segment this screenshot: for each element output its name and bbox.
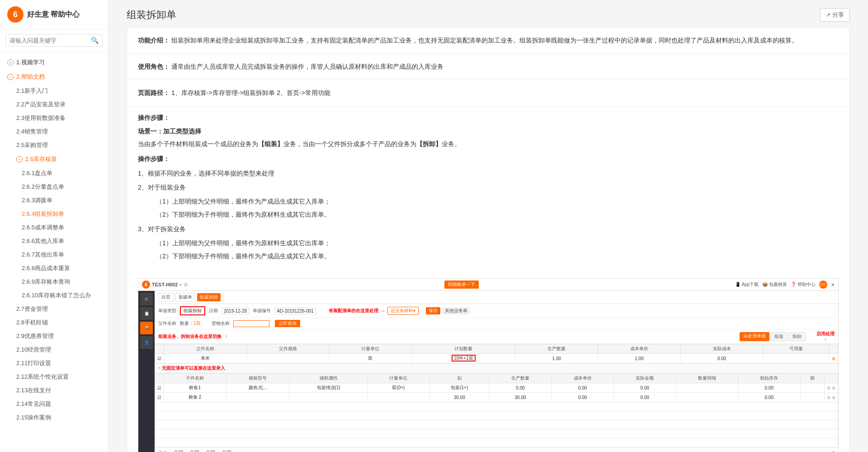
sidebar-item-purchase[interactable]: 2.5采购管理	[0, 138, 108, 152]
row-period1	[800, 383, 824, 393]
tab-assembly-type[interactable]: 组装	[770, 332, 788, 341]
app-nav-link3[interactable]: ❓ 帮助中心	[791, 281, 816, 288]
sidebar-item-mobile[interactable]: 2.8手机旺铺	[0, 316, 108, 329]
sidebar-item-print[interactable]: 2.11打印设置	[0, 357, 108, 370]
main-content: 组装拆卸单 ↗ 分享 功能介绍： 组装拆卸单用来处理企业组装或拆卸等加工业务，支…	[108, 0, 868, 452]
form-type-value[interactable]: 组装拆卸	[180, 306, 205, 315]
sidebar-item-stocktake[interactable]: 2.6.1盘点单	[0, 167, 108, 180]
app-sidebar-icon1[interactable]: ⊞	[140, 293, 153, 305]
annotation1-area: 有装配清单的在这里处理 → 还没有材料▾	[329, 307, 419, 315]
col-prod-qty: 生产数量	[515, 344, 598, 354]
sidebar-item-other-out[interactable]: 2.6.7其他出库单	[0, 248, 108, 262]
nav-section-video: + 1.视频学习	[0, 55, 108, 70]
total-val4: 0.00	[222, 450, 231, 452]
app-store-name: TEST-H002	[152, 282, 178, 287]
sidebar-item-new-user[interactable]: 2.1新手入门	[0, 84, 108, 98]
annotation1-arrow: →	[380, 308, 386, 314]
sidebar-item-other-in[interactable]: 2.6.6其他入库单	[0, 234, 108, 248]
annotation3-text: 启用处理	[816, 331, 835, 337]
app-avatar[interactable]: CC	[819, 281, 827, 289]
sidebar-item-ledger[interactable]: 2.6.9库存账本查询	[0, 275, 108, 289]
row-unit-sub2	[368, 393, 430, 402]
expand-icon: +	[7, 59, 14, 66]
app-name: 好生意 帮助中心	[27, 10, 80, 19]
col-actual-cost: 实际成本	[680, 344, 763, 354]
app-sidebar-icon3-active[interactable]: 📦	[140, 322, 153, 334]
sidebar-item-video[interactable]: + 1.视频学习	[0, 55, 108, 70]
row-aux1: 包装情况(1)	[290, 383, 368, 393]
btn-save[interactable]: 保存	[426, 307, 440, 314]
tab-assembly-active[interactable]: 组装拆卸	[197, 293, 221, 301]
sidebar-item-cases[interactable]: 2.15操作案例	[0, 411, 108, 424]
search-input[interactable]	[9, 37, 91, 44]
role-text: 通常由生产人员或库管人员完成拆装业务的操作，库管人员确认原材料的出库和产成品的入…	[171, 63, 443, 70]
app-sidebar-icon4[interactable]: 👤	[140, 336, 153, 349]
tab-unprocessed[interactable]: 未处理单据	[740, 332, 769, 341]
annotation3-arrow: ↑	[825, 337, 827, 342]
app-nav-link2[interactable]: 📦 包裹精算	[762, 281, 787, 288]
row-actions1[interactable]: ⊕ ⊗	[825, 383, 838, 393]
path-label: 页面路径：	[138, 89, 170, 96]
btn-cancel[interactable]: 其他业务单	[442, 307, 470, 314]
processing-label[interactable]: 还没有材料▾	[387, 307, 419, 315]
row-check-sub2[interactable]: ☑	[155, 393, 164, 402]
search-box[interactable]: 🔍	[5, 34, 103, 47]
tab-new[interactable]: 新建单	[175, 293, 195, 302]
sidebar-item-faq[interactable]: 2.14常见问题	[0, 397, 108, 411]
sidebar-item-inventory[interactable]: − 2.6库存核算	[0, 152, 108, 167]
row-sub-name2: 粮食 2	[164, 393, 226, 402]
row-detail1	[676, 383, 738, 393]
row-unit: 双	[329, 354, 412, 363]
col-plan-qty: 计划数量	[412, 344, 515, 354]
row-aux2	[290, 393, 368, 402]
app-sidebar-icon2[interactable]: 📋	[140, 307, 153, 320]
form-date-value[interactable]: 2019-12-28	[222, 308, 249, 314]
btn-query[interactable]: 立即查询	[275, 320, 300, 327]
step1: 1、根据不同的业务，选择不同单据的类型来处理	[138, 168, 839, 179]
row-actions2[interactable]: ⊕ ⊗	[825, 393, 838, 402]
search-icon[interactable]: 🔍	[91, 37, 99, 44]
row-parent-spec	[246, 354, 329, 363]
table-row: ☑ 来米 双 10件+1双 1.00 1.00	[155, 354, 838, 363]
expand-icon-area[interactable]: ⤢	[831, 450, 835, 452]
sidebar-item-partial-stock[interactable]: 2.6.2分量盘点单	[0, 180, 108, 194]
col-available: 可用量	[763, 344, 829, 354]
bottom-table-area: 子件名称 规格型号 辅助属性 计量单位 划 生产数量 成本单价 实际金额 数量明	[155, 373, 838, 447]
tab-disassembly-type[interactable]: 拆卸	[788, 332, 806, 341]
app-nav-link[interactable]: 📱 App下载	[735, 281, 759, 288]
sidebar-item-install[interactable]: 2.2产品安装及登录	[0, 98, 108, 111]
row-action[interactable]: ⊕	[829, 354, 838, 363]
sidebar-item-cost-recalc[interactable]: 2.6.8商品成本重算	[0, 262, 108, 275]
sidebar-item-adjust[interactable]: 2.6.3调拨单	[0, 194, 108, 207]
form-label-date: 日期	[209, 308, 218, 314]
sidebar-item-finance[interactable]: 2.7资金管理	[0, 302, 108, 316]
sidebar-item-docs[interactable]: − 2.帮助文档	[0, 70, 108, 84]
form-no-value[interactable]: AD-20191226-001	[274, 308, 316, 314]
table-row-empty	[155, 429, 838, 438]
content-area: 功能介绍： 组装拆卸单用来处理企业组装或拆卸等加工业务，支持有固定装配清单的产品…	[127, 27, 850, 452]
sidebar-item-data-prep[interactable]: 2.3使用前数据准备	[0, 111, 108, 125]
sidebar-item-voucher[interactable]: 2.9优惠券管理	[0, 329, 108, 343]
sidebar-item-custom[interactable]: 2.12系统个性化设置	[0, 370, 108, 384]
row-check-sub[interactable]: ☑	[155, 383, 164, 393]
form-action-btns: 保存 其他业务单	[426, 307, 470, 314]
plan-qty-value[interactable]: 10件+1双	[452, 355, 476, 362]
app-close-icon[interactable]: ✕	[831, 282, 835, 287]
row-check[interactable]: ☑	[155, 354, 164, 363]
sidebar-item-payment[interactable]: 2.13在线支付	[0, 384, 108, 397]
search-field-label: 货物名称	[212, 320, 230, 327]
col-action	[829, 344, 838, 354]
collapse-icon: −	[16, 156, 23, 162]
sidebar-item-sales[interactable]: 2.4销售管理	[0, 125, 108, 138]
intro-label: 功能介绍：	[138, 37, 170, 44]
sidebar-item-cost-adj[interactable]: 2.6.5成本调整单	[0, 221, 108, 234]
sidebar-item-ops[interactable]: 2.10经营管理	[0, 343, 108, 357]
app-main-btn[interactable]: 同期账单一下	[444, 281, 479, 289]
nav-section-docs: − 2.帮助文档 2.1新手入门 2.2产品安装及登录 2.3使用前数据准备 2…	[0, 70, 108, 424]
row-plan-qty: 10件+1双	[412, 354, 515, 363]
sidebar-item-assembly[interactable]: 2.6.4组装拆卸单	[0, 207, 108, 221]
share-button[interactable]: ↗ 分享	[820, 8, 850, 22]
sidebar-item-ledger-err[interactable]: 2.6.10库存账本错了怎么办	[0, 289, 108, 302]
search-goods-input[interactable]	[233, 320, 269, 327]
tab-home[interactable]: 自页	[158, 293, 174, 302]
